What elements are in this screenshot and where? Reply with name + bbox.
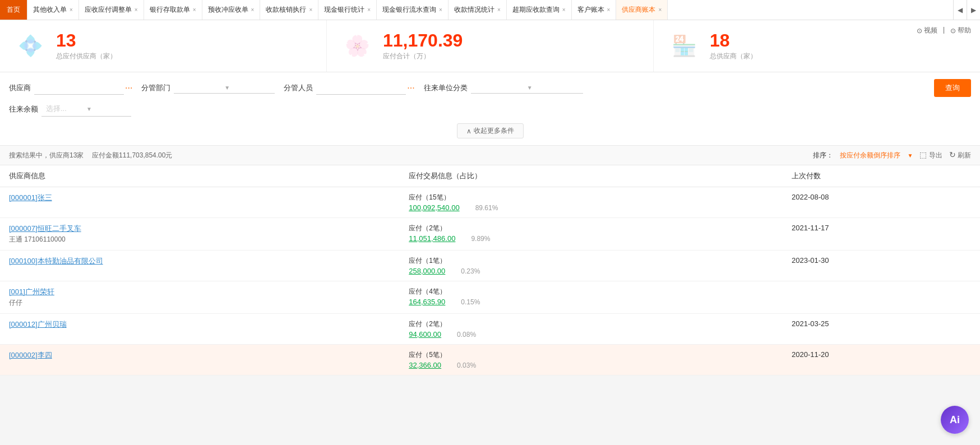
nav-tab[interactable]: 超期应收款查询× bbox=[507, 0, 572, 20]
supplier-link[interactable]: [001]广州荣轩 bbox=[9, 288, 54, 296]
summary-bar: 💠 13 总应付供应商（家） 🌸 11,170.39 应付合计（万） 🏪 18 … bbox=[0, 20, 980, 72]
nav-tab[interactable]: 现金银行流水查询× bbox=[377, 0, 449, 20]
category-filter-arrow: ▼ bbox=[527, 85, 579, 91]
supplier-table: 供应商信息 应付交易信息（占比） 上次付数 [000001]张三 应付（15笔）… bbox=[0, 165, 980, 376]
nav-tab[interactable]: 收款核销执行× bbox=[260, 0, 318, 20]
refresh-button[interactable]: ↻ 刷新 bbox=[949, 150, 971, 160]
filter-category: 往来单位分类 ▼ bbox=[424, 82, 583, 94]
tab-label: 供应商账本 bbox=[622, 5, 655, 15]
filter-row-1: 供应商 ··· 分管部门 ▼ 分管人员 ··· 往来单位分类 ▼ 查询 bbox=[9, 79, 971, 97]
amount-link[interactable]: 164,635.90 bbox=[409, 298, 445, 306]
last-pay-cell: 2023-01-30 bbox=[783, 251, 980, 281]
tab-close-icon[interactable]: × bbox=[367, 7, 371, 13]
nav-tab[interactable]: 银行存取款单× bbox=[144, 0, 202, 20]
supplier-sub-info: 仔仔 bbox=[9, 298, 391, 308]
tab-close-icon[interactable]: × bbox=[135, 7, 138, 13]
nav-tab[interactable]: 收款情况统计× bbox=[449, 0, 507, 20]
supplier-link[interactable]: [000100]本特勤油品有限公司 bbox=[9, 257, 103, 265]
supplier-link[interactable]: [000012]广州贝瑞 bbox=[9, 320, 67, 328]
amount-link[interactable]: 32,366.00 bbox=[409, 361, 441, 369]
tab-label: 超期应收款查询 bbox=[512, 5, 560, 15]
tab-label: 现金银行流水查询 bbox=[382, 5, 436, 15]
tab-label: 收款核销执行 bbox=[266, 5, 306, 15]
tab-close-icon[interactable]: × bbox=[309, 7, 312, 13]
video-link[interactable]: ⊙ 视频 bbox=[917, 26, 937, 35]
nav-prev-arrow[interactable]: ◀ bbox=[953, 0, 967, 20]
collapse-button[interactable]: ∧ 收起更多条件 bbox=[457, 123, 524, 138]
result-amount: 应付金额111,703,854.00元 bbox=[92, 151, 172, 160]
amount-link[interactable]: 11,051,486.00 bbox=[409, 234, 455, 243]
total-supplier-value: 18 bbox=[710, 31, 757, 49]
tx-info-cell: 应付（2笔） 11,051,486.00 9.89% bbox=[400, 218, 783, 251]
summary-card-amount: 🌸 11,170.39 应付合计（万） bbox=[327, 20, 654, 72]
balance-filter-select[interactable]: 选择... ▼ bbox=[41, 101, 131, 117]
nav-tab[interactable]: 现金银行统计× bbox=[318, 0, 377, 20]
tx-label: 应付（1笔） bbox=[409, 256, 774, 266]
sort-dropdown-arrow[interactable]: ▼ bbox=[907, 152, 913, 159]
nav-tab[interactable]: 预收冲应收单× bbox=[202, 0, 261, 20]
tab-close-icon[interactable]: × bbox=[562, 7, 566, 13]
last-pay-date: 2021-03-25 bbox=[792, 319, 829, 328]
tab-label: 预收冲应收单 bbox=[208, 5, 248, 15]
supplier-link[interactable]: [000007]恒旺二手叉车 bbox=[9, 224, 81, 233]
balance-filter-arrow: ▼ bbox=[86, 106, 127, 112]
payable-total-value: 11,170.39 bbox=[383, 31, 463, 49]
amount-link[interactable]: 94,600.00 bbox=[409, 330, 441, 339]
tx-label: 应付（5笔） bbox=[409, 350, 774, 360]
export-button[interactable]: ⬚ 导出 bbox=[919, 150, 942, 160]
supplier-sub-info: 王通 17106110000 bbox=[9, 235, 391, 244]
person-filter-input[interactable] bbox=[316, 81, 406, 95]
last-pay-date: 2021-11-17 bbox=[792, 224, 829, 232]
supplier-link[interactable]: [000002]李四 bbox=[9, 351, 52, 359]
last-pay-date: 2023-01-30 bbox=[792, 256, 829, 265]
nav-tab[interactable]: 应收应付调整单× bbox=[79, 0, 144, 20]
table-row: [000002]李四 应付（5笔） 32,366.00 0.03% 2020-1… bbox=[0, 345, 980, 376]
supplier-filter-input[interactable] bbox=[34, 81, 124, 95]
tab-close-icon[interactable]: × bbox=[251, 7, 255, 13]
result-separator bbox=[86, 151, 90, 159]
person-filter-dots[interactable]: ··· bbox=[407, 83, 414, 93]
help-link[interactable]: ⊙ 帮助 bbox=[950, 26, 971, 35]
nav-arrows: ◀ ▶ bbox=[953, 0, 980, 20]
dept-filter-select[interactable]: ▼ bbox=[174, 82, 275, 94]
tx-percent: 0.15% bbox=[461, 298, 480, 306]
tab-label: 银行存取款单 bbox=[150, 5, 190, 15]
category-filter-select[interactable]: ▼ bbox=[471, 82, 583, 94]
filter-area: 供应商 ··· 分管部门 ▼ 分管人员 ··· 往来单位分类 ▼ 查询 往来 bbox=[0, 72, 980, 146]
supplier-link[interactable]: [000001]张三 bbox=[9, 193, 52, 202]
filter-supplier: 供应商 ··· bbox=[9, 81, 132, 95]
tab-close-icon[interactable]: × bbox=[70, 7, 73, 13]
th-tx: 应付交易信息（占比） bbox=[400, 165, 783, 187]
amount-link[interactable]: 258,000.00 bbox=[409, 267, 445, 275]
tab-close-icon[interactable]: × bbox=[607, 7, 611, 13]
nav-tab[interactable]: 供应商账本× bbox=[616, 0, 668, 20]
filter-person: 分管人员 ··· bbox=[284, 81, 414, 95]
supplier-count-value: 13 bbox=[56, 31, 117, 49]
table-container: 供应商信息 应付交易信息（占比） 上次付数 [000001]张三 应付（15笔）… bbox=[0, 165, 980, 376]
supplier-filter-dots[interactable]: ··· bbox=[125, 83, 132, 93]
query-button[interactable]: 查询 bbox=[934, 79, 971, 97]
th-lastpay: 上次付数 bbox=[783, 165, 980, 187]
tab-close-icon[interactable]: × bbox=[439, 7, 442, 13]
nav-home[interactable]: 首页 bbox=[0, 0, 27, 20]
dept-filter-arrow: ▼ bbox=[224, 85, 270, 91]
filter-balance: 往来余额 选择... ▼ bbox=[9, 101, 131, 117]
amount-icon: 🌸 bbox=[340, 29, 374, 63]
balance-filter-label: 往来余额 bbox=[9, 104, 38, 114]
supplier-info-cell: [000100]本特勤油品有限公司 bbox=[0, 251, 400, 281]
tab-close-icon[interactable]: × bbox=[193, 7, 196, 13]
sort-prefix: 排序： bbox=[813, 151, 833, 160]
table-header-row: 供应商信息 应付交易信息（占比） 上次付数 bbox=[0, 165, 980, 187]
sort-select[interactable]: 按应付余额倒序排序 bbox=[840, 151, 900, 160]
nav-tab[interactable]: 客户账本× bbox=[572, 0, 617, 20]
nav-tab[interactable]: 其他收入单× bbox=[27, 0, 79, 20]
store-icon: 🏪 bbox=[667, 29, 701, 63]
tx-info-cell: 应付（2笔） 94,600.00 0.08% bbox=[400, 314, 783, 345]
tab-close-icon[interactable]: × bbox=[658, 7, 662, 13]
collapse-chevron: ∧ bbox=[466, 127, 471, 135]
tx-percent: 0.23% bbox=[461, 267, 480, 275]
amount-link[interactable]: 100,092,540.00 bbox=[409, 203, 459, 212]
tab-close-icon[interactable]: × bbox=[497, 7, 501, 13]
refresh-icon: ↻ bbox=[949, 150, 956, 159]
nav-next-arrow[interactable]: ▶ bbox=[967, 0, 980, 20]
